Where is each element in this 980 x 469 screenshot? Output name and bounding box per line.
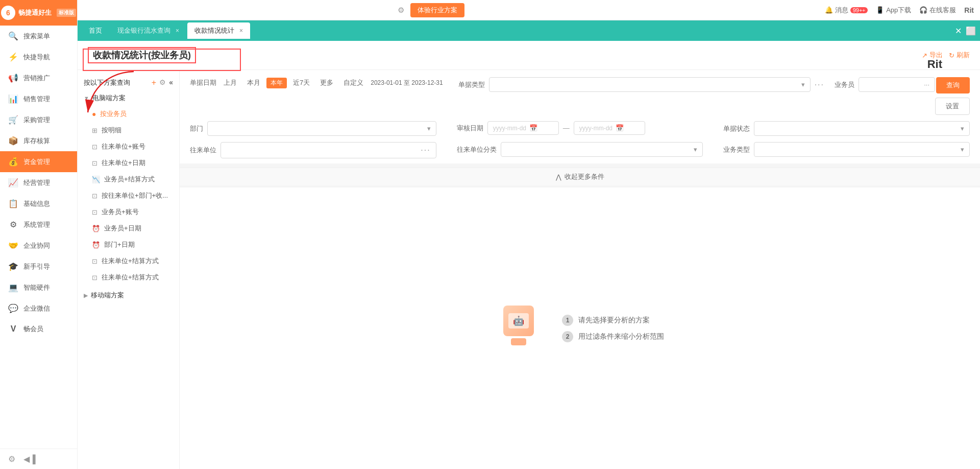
hardware-icon: 💻 xyxy=(8,283,18,292)
scheme-item-partner-settle2[interactable]: ⊡ 往来单位+结算方式 xyxy=(78,269,179,286)
query-button[interactable]: 查询 xyxy=(936,77,970,93)
review-date-label: 审核日期 xyxy=(457,124,483,133)
salesperson-arrow: ··· xyxy=(924,81,929,88)
system-icon: ⚙ xyxy=(8,220,18,229)
refresh-button[interactable]: ↻ 刷新 xyxy=(949,51,970,60)
right-main: 单据日期 上月 本月 本年 近7天 更多 自定义 2023-01-01 至 20… xyxy=(180,70,980,469)
doc-status-select[interactable]: ▾ xyxy=(754,121,970,136)
sidebar-item-system[interactable]: ⚙ 系统管理 xyxy=(0,214,77,235)
collapse-sidebar-icon[interactable]: ◀▐ xyxy=(23,454,35,464)
doctype-label: 单据类型 xyxy=(458,80,485,89)
scheme-item-salesperson-settle[interactable]: 📉 业务员+结算方式 xyxy=(78,171,179,187)
user-menu[interactable]: Rit xyxy=(964,6,974,14)
date-tab-custom[interactable]: 自定义 xyxy=(339,77,368,88)
set-button[interactable]: 设置 xyxy=(935,98,970,115)
tab-home[interactable]: 首页 xyxy=(82,26,109,35)
tab-collection[interactable]: 收款情况统计 × xyxy=(187,22,250,39)
sidebar-item-hardware[interactable]: 💻 智能硬件 xyxy=(0,277,77,298)
collapse-icon: ⋀ xyxy=(556,173,561,181)
chevron-right-icon: ▶ xyxy=(84,292,88,299)
sidebar-item-basic[interactable]: 📋 基础信息 xyxy=(0,193,77,214)
dept-date-icon: ⏰ xyxy=(92,241,100,249)
date-tab-thisyear[interactable]: 本年 xyxy=(266,78,287,88)
scheme-item-partner-dept[interactable]: ⊡ 按往来单位+部门+收... xyxy=(78,187,179,204)
biz-type-select[interactable]: ▾ xyxy=(754,142,970,157)
doctype-more[interactable]: ··· xyxy=(815,80,824,89)
add-scheme-button[interactable]: + xyxy=(152,78,156,87)
sidebar-item-purchase[interactable]: 🛒 采购管理 xyxy=(0,109,77,130)
messages-button[interactable]: 🔔 消息 99++ xyxy=(825,6,868,15)
filter-field-biz-type: 业务类型 ▾ xyxy=(723,142,970,157)
sidebar-item-sales[interactable]: 📊 销售管理 xyxy=(0,88,77,109)
sidebar-label-collab: 企业协同 xyxy=(23,241,50,250)
sales-icon: 📊 xyxy=(8,94,18,104)
tab-cashflow-label: 现金银行流水查询 xyxy=(117,26,170,35)
salesperson-date-icon: ⏰ xyxy=(92,225,100,232)
page-header: 收款情况统计(按业务员) ↗ 导出 ↻ 刷新 xyxy=(78,41,980,70)
collapse-label: 收起更多条件 xyxy=(565,172,604,181)
scheme-label-dept-date: 部门+日期 xyxy=(104,240,135,249)
sidebar-bottom: ⚙ ◀▐ xyxy=(0,449,77,469)
edition-badge: 标准版 xyxy=(57,9,76,17)
scheme-item-detail[interactable]: ⊞ 按明细 xyxy=(78,122,179,138)
calendar-icon: 📅 xyxy=(529,124,537,132)
review-date-start[interactable]: yyyy-mm-dd 📅 xyxy=(487,121,559,135)
tab-cashflow[interactable]: 现金银行流水查询 × xyxy=(110,22,186,39)
sidebar: 6 畅捷通好生 标准版 🔍 搜索菜单 ⚡ 快捷导航 📢 营销推广 📊 销售管理 … xyxy=(0,0,78,469)
date-tab-more[interactable]: 更多 xyxy=(316,77,337,88)
window-maximize-icon[interactable]: ⬜ xyxy=(966,26,976,36)
date-tab-thismonth[interactable]: 本月 xyxy=(243,77,264,88)
sidebar-label-purchase: 采购管理 xyxy=(23,115,50,125)
weixin-icon: 💬 xyxy=(8,303,18,313)
sidebar-item-shortcut[interactable]: ⚡ 快捷导航 xyxy=(0,46,77,67)
scheme-item-partner-settle1[interactable]: ⊡ 往来单位+结算方式 xyxy=(78,253,179,269)
settings-bottom-icon[interactable]: ⚙ xyxy=(8,454,15,464)
mobile-group-title[interactable]: ▶ 移动端方案 xyxy=(78,288,179,303)
collab-icon: 🤝 xyxy=(8,241,18,250)
partner-more[interactable]: ··· xyxy=(421,146,430,155)
scheme-item-partner-date[interactable]: ⊡ 往来单位+日期 xyxy=(78,155,179,171)
gear-icon[interactable]: ⚙ xyxy=(398,6,404,15)
scheme-item-salesperson-account[interactable]: ⊡ 业务员+账号 xyxy=(78,204,179,220)
window-close-icon[interactable]: ✕ xyxy=(955,26,962,36)
sidebar-item-finance[interactable]: 💰 资金管理 xyxy=(0,151,77,172)
date-separator: — xyxy=(563,124,570,132)
scheme-item-dept-date[interactable]: ⏰ 部门+日期 xyxy=(78,237,179,253)
scheme-item-salesperson[interactable]: ● 按业务员 xyxy=(78,106,179,122)
collapse-more-conditions-button[interactable]: ⋀ 收起更多条件 xyxy=(180,168,980,185)
scheme-item-salesperson-date[interactable]: ⏰ 业务员+日期 xyxy=(78,220,179,237)
sidebar-item-collab[interactable]: 🤝 企业协同 xyxy=(0,235,77,256)
scheme-item-partner-account[interactable]: ⊡ 往来单位+账号 xyxy=(78,138,179,155)
scheme-settings-icon[interactable]: ⚙ xyxy=(159,78,166,87)
step-1-label: 请先选择要分析的方案 xyxy=(578,316,650,325)
empty-state-content: 🤖 1 请先选择要分析的方案 2 xyxy=(496,306,664,351)
review-date-end[interactable]: yyyy-mm-dd 📅 xyxy=(574,121,645,135)
desktop-group-title[interactable]: ▼ 电脑端方案 xyxy=(78,90,179,106)
salesperson-select[interactable]: ··· xyxy=(859,77,935,92)
date-tab-7days[interactable]: 近7天 xyxy=(289,77,314,88)
app-download-button[interactable]: 📱 App下载 xyxy=(876,6,911,15)
tab-collection-close[interactable]: × xyxy=(239,27,243,34)
partner-type-select[interactable]: ▾ xyxy=(501,142,703,157)
partner-select[interactable]: ··· xyxy=(220,142,436,158)
sidebar-item-marketing[interactable]: 📢 营销推广 xyxy=(0,67,77,88)
doctype-select[interactable]: ▾ xyxy=(489,77,811,92)
sidebar-item-operation[interactable]: 📈 经营管理 xyxy=(0,172,77,193)
dept-select[interactable]: ▾ xyxy=(207,121,436,136)
date-tab-lastmonth[interactable]: 上月 xyxy=(219,77,241,88)
sidebar-label-system: 系统管理 xyxy=(23,220,50,229)
app-logo: 6 畅捷通好生 标准版 xyxy=(0,0,77,26)
sidebar-item-guide[interactable]: 🎓 新手引导 xyxy=(0,256,77,277)
sidebar-item-search[interactable]: 🔍 搜索菜单 xyxy=(0,26,77,46)
online-service-button[interactable]: 🎧 在线客服 xyxy=(919,6,956,15)
review-end-placeholder: yyyy-mm-dd xyxy=(579,125,612,132)
sidebar-item-inventory[interactable]: 📦 库存核算 xyxy=(0,130,77,151)
main-layout: 按以下方案查询 + ⚙ « ▼ 电脑端方案 ● 按业务员 xyxy=(78,70,980,469)
sidebar-item-weixin[interactable]: 💬 企业微信 xyxy=(0,298,77,319)
tab-bar-right: ✕ ⬜ xyxy=(955,26,976,36)
partner-settle2-icon: ⊡ xyxy=(92,274,97,282)
panel-collapse-button[interactable]: « xyxy=(169,78,173,87)
sidebar-item-member[interactable]: V 畅会员 xyxy=(0,319,77,339)
trial-industry-button[interactable]: 体验行业方案 xyxy=(410,3,464,17)
tab-cashflow-close[interactable]: × xyxy=(176,27,179,34)
